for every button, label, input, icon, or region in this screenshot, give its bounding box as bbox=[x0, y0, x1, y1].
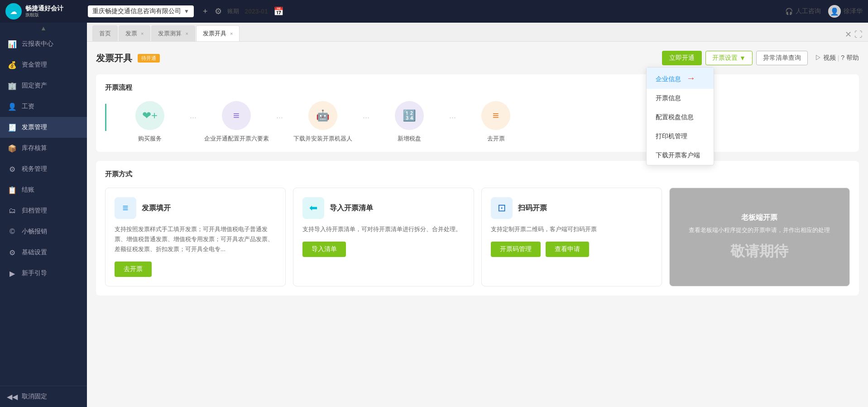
sidebar: ▲ 📊 云报表中心 💰 资金管理 🏢 固定资产 👤 工资 🧾 发票管理 bbox=[0, 23, 87, 407]
logo-text: 畅捷通好会计 bbox=[25, 5, 63, 12]
sidebar-label-assets: 固定资产 bbox=[22, 82, 47, 90]
flow-label-1: 购买服务 bbox=[138, 135, 162, 143]
sidebar-item-assets[interactable]: 🏢 固定资产 bbox=[0, 75, 87, 96]
sidebar-item-report[interactable]: © 小畅报销 bbox=[0, 221, 87, 242]
user-name: 徐泽华 bbox=[844, 7, 863, 15]
company-selector[interactable]: 重庆畅捷交通信息咨询有限公司 ▼ bbox=[88, 5, 194, 17]
headset-icon: 🎧 bbox=[785, 8, 793, 15]
sidebar-item-checkout[interactable]: 📋 结账 bbox=[0, 179, 87, 200]
tab-home[interactable]: 首页 bbox=[92, 25, 118, 41]
sidebar-item-archive[interactable]: 🗂 归档管理 bbox=[0, 200, 87, 221]
flow-step-2: ≡ 企业开通配置开票六要素 bbox=[200, 101, 273, 143]
anomaly-list-button[interactable]: 异常清单查询 bbox=[756, 51, 808, 65]
invoice-settings-button[interactable]: 开票设置 ▼ bbox=[705, 51, 753, 65]
sidebar-label-inventory: 库存核算 bbox=[22, 144, 47, 152]
dropdown-item-invoice-info[interactable]: 开票信息 bbox=[647, 89, 714, 108]
dropdown-item-printer[interactable]: 打印机管理 bbox=[647, 127, 714, 146]
inventory-icon: 📦 bbox=[7, 143, 17, 153]
method-title-manual: 发票填开 bbox=[142, 204, 171, 213]
close-tab-button[interactable]: ✕ bbox=[845, 29, 852, 39]
flow-step-5: ≡ 去开票 bbox=[460, 101, 532, 143]
sidebar-item-funds[interactable]: 💰 资金管理 bbox=[0, 54, 87, 75]
sidebar-item-base-settings[interactable]: ⚙ 基础设置 bbox=[0, 242, 87, 263]
method-btn-manual[interactable]: 去开票 bbox=[115, 262, 152, 277]
help-button[interactable]: ? 帮助 bbox=[841, 54, 859, 62]
period-value: 2023-01 bbox=[245, 8, 268, 15]
flow-icon-3: 🤖 bbox=[308, 101, 337, 130]
page-header: 发票开具 待开通 立即开通 开票设置 ▼ 异常清单查询 ▷ 视频 bbox=[96, 51, 859, 65]
header-actions: 立即开通 开票设置 ▼ 异常清单查询 ▷ 视频 | bbox=[662, 51, 859, 65]
sidebar-item-invoice[interactable]: 🧾 发票管理 bbox=[0, 117, 87, 138]
logo-sub: 旗舰版 bbox=[25, 12, 63, 18]
tab-invoice-open[interactable]: 发票开具 × bbox=[196, 25, 240, 41]
tab-invoice-list-label: 发票 bbox=[125, 29, 137, 38]
company-dropdown-arrow: ▼ bbox=[184, 8, 189, 15]
dropdown-label-company-info: 企业信息 bbox=[656, 75, 681, 82]
page-title: 发票开具 bbox=[96, 52, 132, 64]
guide-icon: ▶ bbox=[7, 268, 17, 278]
dropdown-label-invoice-info: 开票信息 bbox=[656, 94, 681, 102]
checkout-icon: 📋 bbox=[7, 185, 17, 195]
method-icon-import: ⬅ bbox=[302, 197, 324, 219]
method-header-import: ⬅ 导入开票清单 bbox=[302, 197, 464, 219]
dropdown-item-company-info[interactable]: 企业信息 → bbox=[647, 68, 714, 89]
add-button[interactable]: + bbox=[203, 7, 208, 16]
funds-icon: 💰 bbox=[7, 60, 17, 70]
report-icon: © bbox=[7, 227, 17, 237]
question-icon: ? bbox=[841, 54, 844, 61]
method-header-manual: ≡ 发票填开 bbox=[115, 197, 276, 219]
consult-button[interactable]: 🎧 人工咨询 bbox=[785, 7, 821, 15]
dropdown-label-printer: 打印机管理 bbox=[656, 132, 687, 140]
sidebar-label-salary: 工资 bbox=[22, 102, 34, 111]
sidebar-item-cancel-pin[interactable]: ◀◀ 取消固定 bbox=[0, 386, 87, 407]
tab-invoice-calc[interactable]: 发票测算 × bbox=[151, 25, 195, 41]
flow-step-4: 🔢 新增税盘 bbox=[373, 101, 446, 143]
sidebar-label-tax: 税务管理 bbox=[22, 165, 47, 173]
sidebar-item-cloud-report[interactable]: 📊 云报表中心 bbox=[0, 34, 87, 54]
expand-button[interactable]: ⛶ bbox=[854, 30, 863, 39]
assets-icon: 🏢 bbox=[7, 81, 17, 91]
sidebar-label-cloud-report: 云报表中心 bbox=[22, 40, 53, 48]
flow-step-1: ❤+ 购买服务 bbox=[114, 101, 186, 143]
sidebar-item-inventory[interactable]: 📦 库存核算 bbox=[0, 138, 87, 159]
methods-section: 开票方式 ≡ 发票填开 支持按照发票样式手工填开发票；可开具增值税电子普通发票、… bbox=[96, 161, 859, 296]
logo-icon: ☁ bbox=[5, 3, 22, 19]
methods-grid: ≡ 发票填开 支持按照发票样式手工填开发票；可开具增值税电子普通发票、增值税普通… bbox=[105, 188, 850, 286]
method-desc-manual: 支持按照发票样式手工填开发票；可开具增值税电子普通发票、增值税普通发票、增值税专… bbox=[115, 224, 276, 254]
tab-invoice-calc-label: 发票测算 bbox=[158, 29, 182, 38]
dropdown-item-tax-disk[interactable]: 配置税盘信息 bbox=[647, 108, 714, 127]
user-info[interactable]: 👤 徐泽华 bbox=[828, 5, 863, 18]
activate-button[interactable]: 立即开通 bbox=[662, 51, 702, 65]
settings-button[interactable]: ⚙ bbox=[215, 6, 222, 16]
sidebar-bottom: ◀◀ 取消固定 bbox=[0, 386, 87, 407]
video-button[interactable]: ▷ 视频 bbox=[815, 54, 836, 62]
sidebar-item-tax[interactable]: ⚙ 税务管理 bbox=[0, 159, 87, 179]
flow-steps: ❤+ 购买服务 ··· ≡ 企业开通配置开票六要素 ··· bbox=[105, 101, 850, 143]
method-btn-scan-manage[interactable]: 开票码管理 bbox=[491, 242, 541, 257]
dropdown-item-download-client[interactable]: 下载开票客户端 bbox=[647, 146, 714, 165]
method-card-boss: 老板端开票 查看老板端小程序提交的开票申请，并作出相应的处理 敬请期待 bbox=[669, 188, 850, 286]
tab-invoice-calc-close[interactable]: × bbox=[185, 31, 188, 36]
flow-step-3: 🤖 下载并安装开票机器人 bbox=[287, 101, 359, 143]
method-card-manual: ≡ 发票填开 支持按照发票样式手工填开发票；可开具增值税电子普通发票、增值税普通… bbox=[105, 188, 286, 286]
sidebar-item-guide[interactable]: ▶ 新手引导 bbox=[0, 263, 87, 284]
flow-section: 开票流程 ❤+ 购买服务 ··· ≡ bbox=[96, 74, 859, 152]
cancel-pin-icon: ◀◀ bbox=[7, 392, 17, 402]
method-btn-import[interactable]: 导入清单 bbox=[302, 242, 346, 257]
tab-invoice-open-close[interactable]: × bbox=[230, 31, 233, 36]
method-desc-boss: 查看老板端小程序提交的开票申请，并作出相应的处理 bbox=[689, 226, 830, 234]
company-name: 重庆畅捷交通信息咨询有限公司 bbox=[92, 7, 181, 15]
sidebar-scroll-up[interactable]: ▲ bbox=[0, 23, 87, 34]
tab-invoice-list[interactable]: 发票 × bbox=[119, 25, 150, 41]
sidebar-item-salary[interactable]: 👤 工资 bbox=[0, 96, 87, 117]
settings-dropdown-arrow: ▼ bbox=[739, 54, 746, 62]
invoice-settings-label: 开票设置 bbox=[712, 54, 738, 62]
content-area: 首页 发票 × 发票测算 × 发票开具 × ✕ ⛶ bbox=[87, 23, 868, 407]
calendar-button[interactable]: 📅 bbox=[273, 6, 283, 16]
sidebar-label-report: 小畅报销 bbox=[22, 228, 47, 236]
tab-invoice-list-close[interactable]: × bbox=[141, 31, 144, 36]
flow-arrow-3: ··· bbox=[363, 113, 369, 122]
method-card-scan: ⊡ 扫码开票 支持定制开票二维码，客户端可扫码开票 开票码管理 查看申请 bbox=[481, 188, 662, 286]
method-btn-scan-view[interactable]: 查看申请 bbox=[546, 242, 589, 257]
invoice-icon: 🧾 bbox=[7, 122, 17, 132]
